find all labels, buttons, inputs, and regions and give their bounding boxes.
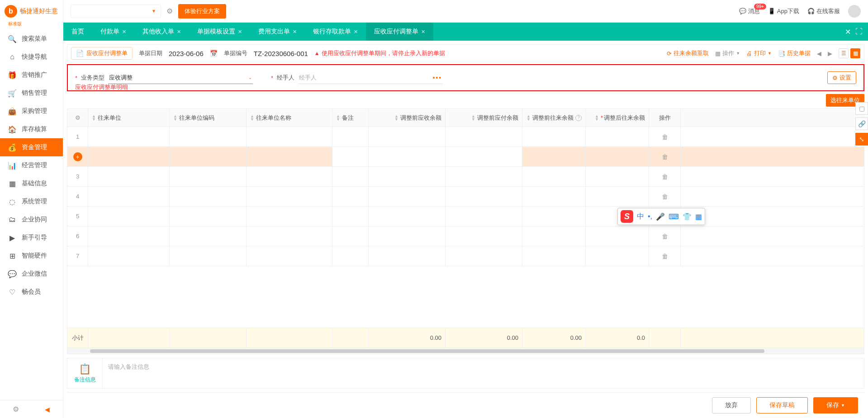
delete-row-icon[interactable]: 🗑 bbox=[662, 193, 668, 200]
fullscreen-icon[interactable]: ⛶ bbox=[855, 28, 863, 36]
rail-note-icon[interactable]: ▢ bbox=[855, 102, 868, 115]
col-remark[interactable]: ▲▼备注 bbox=[332, 109, 369, 127]
col-unit[interactable]: ▲▼往来单位 bbox=[88, 109, 170, 127]
ime-mic-icon[interactable]: 🎤 bbox=[656, 212, 665, 221]
ime-punct-icon[interactable]: •, bbox=[648, 212, 652, 221]
ime-keyboard-icon[interactable]: ⌨ bbox=[669, 212, 679, 221]
settings-button[interactable]: 设置 bbox=[827, 71, 856, 84]
col-amt-after[interactable]: ▲▼*调整后往来余额 bbox=[586, 109, 649, 127]
handler-label: 经手人 bbox=[277, 74, 294, 82]
action-bar: 放弃 保存草稿 保存 ▼ bbox=[67, 392, 864, 418]
tenant-selector[interactable]: ▼ bbox=[71, 5, 161, 18]
table-row[interactable]: 4🗑 bbox=[67, 187, 864, 207]
operate-dropdown[interactable]: ▦ 操作 ▼ bbox=[715, 49, 740, 57]
sidebar-item-11[interactable]: ▶新手引导 bbox=[0, 229, 63, 247]
table-row[interactable]: 7🗑 bbox=[67, 246, 864, 266]
table-config-icon[interactable]: ⚙ bbox=[67, 109, 88, 127]
sidebar-item-4[interactable]: 👜采购管理 bbox=[0, 102, 63, 120]
table-row[interactable]: 5🗑 bbox=[67, 207, 864, 226]
tab-3[interactable]: 单据模板设置✕ bbox=[189, 23, 250, 41]
print-dropdown[interactable]: 🖨 打印 ▼ bbox=[746, 49, 772, 57]
discard-button[interactable]: 放弃 bbox=[712, 397, 751, 413]
col-code[interactable]: ▲▼往来单位编码 bbox=[170, 109, 247, 127]
nav-icon: 🎁 bbox=[8, 71, 16, 79]
tab-1[interactable]: 付款单✕ bbox=[92, 23, 134, 41]
table-row[interactable]: 3🗑 bbox=[67, 167, 864, 187]
next-record-icon[interactable]: ▶ bbox=[828, 50, 832, 57]
col-amt-recv[interactable]: ▲▼调整前应收余额 bbox=[369, 109, 446, 127]
table-row[interactable]: +🗑 bbox=[67, 147, 864, 167]
ime-skin-icon[interactable]: 👕 bbox=[683, 212, 692, 221]
sidebar-item-10[interactable]: 🗂企业协同 bbox=[0, 211, 63, 229]
sidebar-item-2[interactable]: 🎁营销推广 bbox=[0, 66, 63, 84]
col-amt-bal[interactable]: ▲▼调整前往来余额? bbox=[522, 109, 586, 127]
close-icon[interactable]: ✕ bbox=[421, 29, 425, 35]
delete-row-icon[interactable]: 🗑 bbox=[662, 133, 668, 141]
unread-badge: 99+ bbox=[754, 4, 766, 9]
sidebar-item-0[interactable]: 🔍搜索菜单 bbox=[0, 30, 63, 48]
view-grid-icon[interactable]: ▦ bbox=[850, 48, 860, 58]
sidebar-item-13[interactable]: 💬企业微信 bbox=[0, 265, 63, 283]
tab-2[interactable]: 其他收入单✕ bbox=[134, 23, 189, 41]
close-icon[interactable]: ✕ bbox=[122, 29, 126, 35]
app-download-button[interactable]: 📱 App下载 bbox=[768, 7, 799, 15]
topbar: ▼ ⚙ 体验行业方案 💬 消息 99+ 📱 App下载 🎧 在线客服 bbox=[63, 0, 868, 23]
close-icon[interactable]: ✕ bbox=[177, 29, 181, 35]
tab-6[interactable]: 应收应付调整单✕ bbox=[366, 23, 433, 41]
memo-input[interactable]: 请输入备注信息 bbox=[103, 358, 864, 388]
col-amt-pay[interactable]: ▲▼调整前应付余额 bbox=[446, 109, 522, 127]
delete-row-icon[interactable]: 🗑 bbox=[662, 233, 668, 240]
sidebar-item-6[interactable]: 💰资金管理 bbox=[0, 138, 63, 156]
sidebar-item-8[interactable]: ▦基础信息 bbox=[0, 174, 63, 193]
gear-icon[interactable]: ⚙ bbox=[166, 7, 173, 15]
close-all-tabs-icon[interactable]: ✕ bbox=[845, 28, 851, 36]
messages-button[interactable]: 💬 消息 99+ bbox=[739, 7, 760, 15]
ime-lang[interactable]: 中 bbox=[637, 212, 644, 221]
delete-row-icon[interactable]: 🗑 bbox=[662, 153, 668, 160]
ime-toolbar[interactable]: S 中 •, 🎤 ⌨ 👕 ▦ bbox=[617, 208, 705, 225]
view-list-icon[interactable]: ☰ bbox=[839, 48, 849, 58]
add-row-button[interactable]: + bbox=[73, 152, 82, 161]
sidebar-collapse-icon[interactable] bbox=[32, 400, 63, 418]
biz-type-select[interactable]: 应收调整 ⌄ bbox=[108, 72, 253, 84]
sidebar-item-9[interactable]: ◌系统管理 bbox=[0, 193, 63, 211]
tab-5[interactable]: 银行存取款单✕ bbox=[305, 23, 366, 41]
reget-balance-button[interactable]: ⟳ 往来余额重取 bbox=[667, 49, 709, 57]
ellipsis-icon[interactable]: ••• bbox=[432, 74, 442, 81]
try-solution-button[interactable]: 体验行业方案 bbox=[178, 4, 226, 19]
sidebar-item-1[interactable]: ⌂快捷导航 bbox=[0, 48, 63, 66]
delete-row-icon[interactable]: 🗑 bbox=[662, 173, 668, 180]
tab-4[interactable]: 费用支出单✕ bbox=[250, 23, 305, 41]
sidebar-item-12[interactable]: ⊞智能硬件 bbox=[0, 247, 63, 265]
calendar-icon[interactable]: 📅 bbox=[210, 50, 218, 57]
close-icon[interactable]: ✕ bbox=[354, 29, 358, 35]
close-icon[interactable]: ✕ bbox=[238, 29, 242, 35]
date-value: 2023-06-06 bbox=[169, 50, 204, 57]
sidebar-item-14[interactable]: ♡畅会员 bbox=[0, 283, 63, 301]
table-row[interactable]: 6🗑 bbox=[67, 226, 864, 246]
doc-header: 应收应付调整单 单据日期 2023-06-06 📅 单据编号 TZ-202306… bbox=[67, 44, 864, 62]
horizontal-scrollbar[interactable] bbox=[67, 348, 864, 354]
sidebar-settings-icon[interactable] bbox=[0, 400, 32, 418]
sidebar-item-3[interactable]: 🛒销售管理 bbox=[0, 84, 63, 102]
prev-record-icon[interactable]: ◀ bbox=[817, 50, 821, 57]
rail-expand-icon[interactable]: ⤡ bbox=[855, 133, 868, 146]
tab-0[interactable]: 首页 bbox=[63, 23, 92, 41]
delete-row-icon[interactable]: 🗑 bbox=[662, 253, 668, 260]
sidebar: b 畅捷通好生意 标准版 🔍搜索菜单⌂快捷导航🎁营销推广🛒销售管理👜采购管理🏠库… bbox=[0, 0, 63, 418]
save-draft-button[interactable]: 保存草稿 bbox=[756, 397, 808, 413]
close-icon[interactable]: ✕ bbox=[293, 29, 297, 35]
handler-lookup[interactable]: 经手人 ••• bbox=[298, 72, 443, 84]
help-icon[interactable]: ? bbox=[575, 115, 582, 121]
save-button[interactable]: 保存 ▼ bbox=[813, 397, 858, 413]
avatar[interactable] bbox=[848, 5, 861, 18]
ime-toolbox-icon[interactable]: ▦ bbox=[695, 212, 702, 221]
memo-area: 备注信息 请输入备注信息 bbox=[67, 358, 864, 389]
table-row[interactable]: 1🗑 bbox=[67, 127, 864, 147]
rail-attach-icon[interactable]: 🔗 bbox=[855, 117, 868, 130]
support-button[interactable]: 🎧 在线客服 bbox=[807, 7, 840, 15]
sidebar-item-7[interactable]: 📊经营管理 bbox=[0, 156, 63, 174]
col-name[interactable]: ▲▼往来单位名称 bbox=[247, 109, 332, 127]
history-button[interactable]: 📑 历史单据 bbox=[778, 49, 811, 57]
sidebar-item-5[interactable]: 🏠库存核算 bbox=[0, 120, 63, 138]
